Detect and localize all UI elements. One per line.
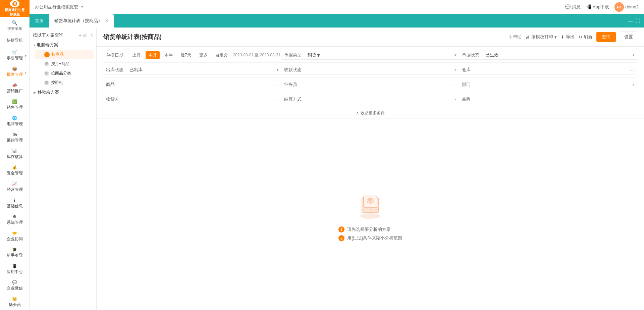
warehouse-label: 仓库 (462, 67, 485, 73)
scheme-collapse-icon[interactable]: 《 (88, 32, 93, 38)
date-7days-btn[interactable]: 近7天 (178, 51, 194, 59)
receive-status-arrow[interactable]: ▾ (454, 68, 457, 72)
app-name-dropdown[interactable]: ▾ (81, 5, 83, 9)
scheme-group-mobile-header[interactable]: ▶ 移动端方案 (31, 88, 95, 97)
out-status-value[interactable]: 已出库 (129, 67, 277, 73)
brand-dots[interactable]: ··· (629, 97, 635, 102)
doc-type-arrow[interactable]: ▾ (454, 53, 457, 57)
doc-status-arrow[interactable]: ▾ (633, 53, 635, 57)
print-icon: 🖨 (526, 35, 530, 40)
sidebar-item-ecommerce[interactable]: 🌐 电商管理 (0, 113, 29, 130)
tab-report[interactable]: 销货单统计表（按商品） ✕ (49, 14, 114, 28)
sidebar-item-retail[interactable]: 🛒 零售管理 ▾ (0, 47, 29, 64)
out-status-filter: 出库状态 已出库 ▾ (103, 65, 281, 74)
department-arrow[interactable]: ▾ (633, 83, 635, 87)
sidebar-item-wholesale[interactable]: 📦 批发管理 ▴ (0, 64, 29, 80)
app-download-button[interactable]: 📲 App下载 (586, 4, 609, 10)
appcenter-icon: 📱 (12, 264, 17, 268)
scheme-actions: + ⊙ 《 (79, 32, 93, 38)
marketing-icon: 📣 (12, 83, 17, 88)
help-button[interactable]: ? 帮助 (509, 34, 522, 40)
department-label: 部门 (462, 82, 485, 88)
scheme-item-by-month-product[interactable]: 同 按月+商品 (35, 59, 94, 68)
scheme-group-pc-header[interactable]: ▾ 电脑端方案 (31, 40, 95, 50)
scheme-edit-icon[interactable]: ⊙ (83, 33, 87, 38)
recipient-dots[interactable]: ··· (273, 97, 279, 102)
window-maximize-icon[interactable]: ⛶ (635, 18, 640, 23)
sidebar-item-inventory[interactable]: 📊 库存核算 (0, 146, 29, 162)
scheme-header-label: 按以下方案查询 (33, 32, 63, 38)
product-dots[interactable]: ··· (273, 82, 279, 87)
date-prev-month-btn[interactable]: 上月 (129, 51, 144, 59)
settlement-filter: 结算方式 ▾ (281, 95, 460, 104)
sidebar-item-sales[interactable]: 💹 销售管理 (0, 97, 29, 113)
sidebar-item-purchase[interactable]: 🛍 采购管理 (0, 130, 29, 146)
brand-filter: 品牌 ··· (459, 95, 637, 104)
quick-nav[interactable]: 快捷导航 (0, 36, 29, 45)
sidebar-item-newbie[interactable]: 🎓 新手引导 (0, 245, 29, 261)
collapse-filter-bar[interactable]: ∧ 收起更多条件 (97, 108, 644, 118)
ecommerce-icon: 🌐 (12, 116, 17, 120)
sidebar-item-finance[interactable]: 💰 资金管理 (0, 162, 29, 179)
salesperson-dots[interactable]: ··· (451, 82, 457, 87)
settings-button[interactable]: 设置 (620, 32, 637, 42)
date-current-year-btn[interactable]: 本年 (162, 51, 176, 59)
collapse-label: ∧ 收起更多条件 (356, 110, 384, 116)
doc-type-value[interactable]: 销货单 (308, 52, 455, 58)
settlement-arrow[interactable]: ▾ (454, 97, 457, 102)
query-button[interactable]: 查询 (596, 32, 616, 42)
sidebar: 通 畅捷通好生意 标准版 🔍 搜索菜单 快捷导航 🛒 零售管理 ▾ 📦 批发管理… (0, 0, 30, 310)
svg-point-4 (360, 213, 380, 219)
scheme-item-by-printer[interactable]: 回 按司机 (35, 78, 94, 87)
sidebar-item-enterprise-label: 企业协同 (7, 236, 23, 242)
sidebar-item-newbie-label: 新手引导 (7, 253, 23, 258)
finance-icon: 💰 (12, 165, 17, 170)
date-more-btn[interactable]: 更多 (196, 51, 210, 59)
print-dropdown-arrow[interactable]: ▾ (554, 35, 557, 40)
operation-icon: 📈 (12, 182, 17, 186)
refresh-button[interactable]: ↻ 刷新 (579, 34, 592, 40)
header-app-name-section: 办公用品行业模拟账套 ▾ (35, 4, 83, 10)
print-button[interactable]: 🖨 按模板打印 ▾ (526, 34, 557, 40)
page-title: 销货单统计表(按商品) (103, 33, 162, 41)
date-custom-btn[interactable]: 自定义 (212, 51, 230, 59)
retail-icon: 🛒 (12, 50, 17, 55)
message-icon: 💬 (565, 4, 571, 9)
member-icon: 👑 (12, 297, 17, 301)
scheme-item-by-product[interactable]: 按商品 (35, 50, 94, 59)
date-filter-row: 单据日期 上月 本月 本年 近7天 更多 自定义 2023-03-01 至 20… (103, 51, 281, 60)
date-current-month-btn[interactable]: 本月 (146, 51, 160, 59)
export-label: 导出 (566, 34, 575, 40)
export-icon: ⬇ (561, 35, 565, 40)
scheme-item-by-category[interactable]: 回 按商品分类 (35, 69, 94, 78)
wholesale-arrow: ▴ (25, 70, 26, 74)
sidebar-item-system[interactable]: ⚙ 系统管理 (0, 212, 29, 228)
system-icon: ⚙ (13, 214, 16, 219)
tab-close-icon[interactable]: ✕ (105, 18, 108, 23)
warehouse-dots[interactable]: ··· (629, 67, 635, 72)
tab-home[interactable]: 首页 (30, 14, 49, 28)
sidebar-item-corpwechat[interactable]: 💬 企业微信 (0, 277, 29, 294)
settlement-label: 结算方式 (284, 96, 308, 102)
sidebar-item-basic[interactable]: ℹ 基础信息 (0, 195, 29, 212)
logo[interactable]: 通 畅捷通好生意 标准版 (0, 0, 30, 17)
search-menu[interactable]: 🔍 搜索菜单 (7, 17, 22, 33)
mobile-group-arrow: ▶ (34, 91, 36, 94)
doc-status-value[interactable]: 已生效 (485, 52, 633, 58)
sidebar-item-operation[interactable]: 📈 经营管理 (0, 179, 29, 195)
window-minimize-icon[interactable]: — (628, 18, 633, 23)
sidebar-item-marketing-label: 营销推广 (7, 88, 23, 94)
sidebar-item-appcenter[interactable]: 📱 应用中心 (0, 261, 29, 277)
scheme-add-icon[interactable]: + (79, 33, 82, 38)
warehouse-filter: 仓库 ··· (459, 65, 637, 74)
sidebar-item-enterprise[interactable]: 🤝 企业协同 (0, 228, 29, 245)
product-filter: 商品 ··· (103, 80, 281, 89)
recipient-label: 收货人 (106, 96, 129, 102)
message-button[interactable]: 💬 消息 (565, 4, 581, 10)
scheme-item-by-month-label: 按月+商品 (51, 61, 69, 67)
sidebar-item-member[interactable]: 👑 畅会员 (0, 294, 29, 310)
export-button[interactable]: ⬇ 导出 (561, 34, 575, 40)
out-status-arrow[interactable]: ▾ (277, 68, 279, 72)
user-menu[interactable]: Ea demo2 (614, 2, 639, 12)
sidebar-item-marketing[interactable]: 📣 营销推广 (0, 80, 29, 97)
